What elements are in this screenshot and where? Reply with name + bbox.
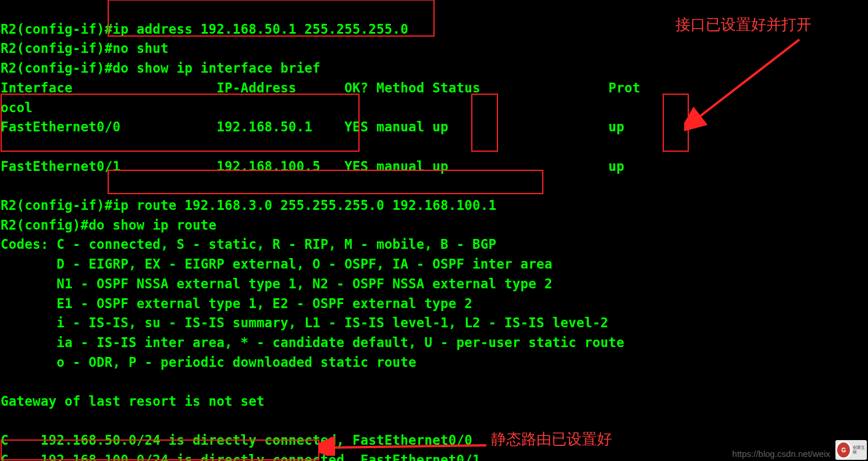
terminal-line: R2(config-if)#ip address 192.168.50.1 25… [1,22,408,37]
annotation-interface-ready: 接口已设置好并打开 [675,15,812,35]
terminal-line: ocol [1,100,33,115]
terminal-line: C 192.168.100.0/24 is directly connected… [1,452,481,461]
terminal-line: o - ODR, P - periodic downloaded static … [1,355,417,370]
terminal-output[interactable]: R2(config-if)#ip address 192.168.50.1 25… [0,0,868,461]
terminal-line: D - EIGRP, EX - EIGRP external, O - OSPF… [1,256,552,271]
terminal-line: i - IS-IS, su - IS-IS summary, L1 - IS-I… [1,315,609,330]
terminal-line: R2(config)#do show ip route [1,217,216,233]
terminal-line: R2(config-if)#no shut [1,41,169,56]
terminal-line: ia - IS-IS inter area, * - candidate def… [1,335,624,350]
terminal-line: FastEthernet0/0 192.168.50.1 YES manual … [1,119,624,134]
terminal-line: FastEthernet0/1 192.168.100.5 YES manual… [1,159,624,174]
terminal-line: Interface IP-Address OK? Method Status P… [1,80,641,95]
annotation-static-route-set: 静态路由已设置好 [491,429,612,449]
terminal-line: E1 - OSPF external type 1, E2 - OSPF ext… [1,296,472,311]
terminal-line: N1 - OSPF NSSA external type 1, N2 - OSP… [1,276,552,291]
terminal-line: Codes: C - connected, S - static, R - RI… [1,237,496,252]
terminal-line: Gateway of last resort is not set [1,394,265,409]
watermark-url: https://blog.csdn.net/weix [732,449,830,459]
terminal-line: C 192.168.50.0/24 is directly connected,… [1,433,472,448]
watermark-logo: G 创新互联 [835,440,867,460]
terminal-line: R2(config-if)#do show ip interface brief [1,60,321,76]
terminal-line: R2(config-if)#ip route 192.168.3.0 255.2… [1,198,496,213]
